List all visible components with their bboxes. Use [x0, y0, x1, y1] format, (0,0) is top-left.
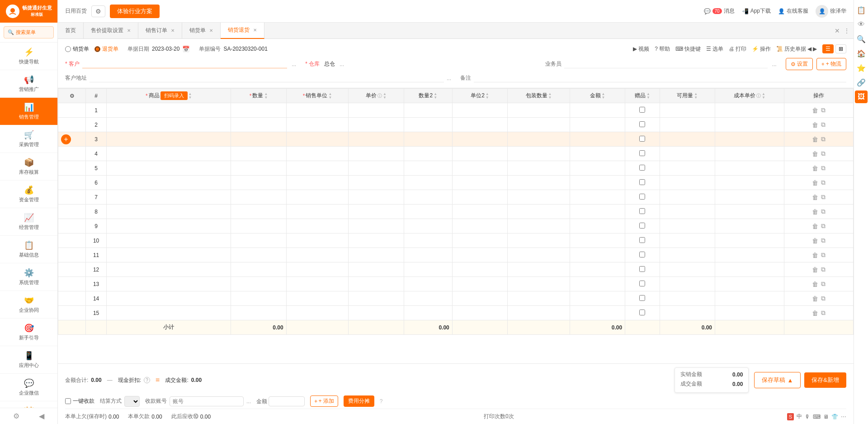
keyboard-btn[interactable]: ⌨ [813, 414, 821, 420]
qty-cell[interactable] [231, 219, 286, 233]
pack-qty-cell[interactable] [508, 147, 570, 161]
available-cell[interactable] [660, 248, 715, 262]
logistics-button[interactable]: + + 物流 [816, 58, 846, 70]
cash-discount-help-icon[interactable]: ? [144, 377, 150, 383]
pack-qty-cell[interactable] [508, 132, 570, 147]
gift-checkbox[interactable] [639, 150, 645, 156]
salesperson-input[interactable] [564, 60, 767, 68]
sidebar-item-wechat[interactable]: 💬 企业微信 [0, 374, 57, 401]
available-cell[interactable] [660, 161, 715, 176]
qty2-cell[interactable] [404, 205, 452, 219]
cost-price-cell[interactable] [715, 147, 784, 161]
tab-sales-order[interactable]: 销售订单 ✕ [138, 23, 182, 39]
sales-unit-cell[interactable] [286, 291, 349, 306]
pack-qty-cell[interactable] [508, 219, 570, 233]
row-copy-button[interactable]: ⧉ [821, 193, 826, 201]
available-cell[interactable] [660, 233, 715, 248]
gift-checkbox[interactable] [639, 310, 645, 315]
row-delete-button[interactable]: 🗑 [812, 295, 818, 302]
gift-checkbox[interactable] [639, 121, 645, 127]
gift-cell[interactable] [625, 233, 660, 248]
sidebar-item-newcomer[interactable]: 🎯 新手引导 [0, 319, 57, 346]
pack-qty-cell[interactable] [508, 176, 570, 190]
qty-cell[interactable] [231, 161, 286, 176]
qty2-cell[interactable] [404, 132, 452, 147]
row-delete-button[interactable]: 🗑 [812, 310, 818, 317]
history-nav-next[interactable]: ▶ [813, 46, 817, 52]
select-button[interactable]: ☰ 选单 [706, 45, 723, 53]
qty-cell[interactable] [231, 176, 286, 190]
col-header-unit-price[interactable]: 单价 ⓘ ▲▼ [349, 89, 404, 103]
qty-cell[interactable] [231, 147, 286, 161]
monitor-btn[interactable]: 🖥 [823, 414, 829, 420]
right-sidebar-view-btn[interactable]: 👁 [855, 18, 868, 31]
right-sidebar-star-btn[interactable]: ⭐ [855, 62, 868, 74]
product-cell[interactable] [107, 306, 231, 320]
gift-cell[interactable] [625, 291, 660, 306]
gift-cell[interactable] [625, 176, 660, 190]
sidebar-item-purchase-mgmt[interactable]: 🛒 采购管理 [0, 125, 57, 153]
qty2-cell[interactable] [404, 147, 452, 161]
s-icon-btn[interactable]: S [787, 413, 794, 420]
unit-price-cell[interactable] [349, 262, 404, 277]
qty-cell[interactable] [231, 190, 286, 205]
product-cell[interactable] [107, 132, 231, 147]
qty-cell[interactable] [231, 132, 286, 147]
product-cell[interactable] [107, 219, 231, 233]
gift-checkbox[interactable] [639, 237, 645, 243]
qty2-cell[interactable] [404, 262, 452, 277]
shortcut-button[interactable]: ⌨ 快捷键 [675, 45, 701, 53]
save-draft-button[interactable]: 保存草稿 ▲ [754, 372, 801, 388]
unit-price-help[interactable]: ⓘ [377, 93, 382, 99]
sidebar-item-app-center[interactable]: 📱 应用中心 [0, 346, 57, 374]
sales-unit-sort[interactable]: ▲▼ [328, 92, 332, 100]
tab-price-settings[interactable]: 售价提取设置 ✕ [84, 23, 138, 39]
row-delete-button[interactable]: 🗑 [812, 179, 818, 186]
qty-sort[interactable]: ▲▼ [264, 92, 268, 100]
unit-price-cell[interactable] [349, 161, 404, 176]
sidebar-item-member[interactable]: 👑 畅会员 [0, 401, 57, 408]
product-cell[interactable] [107, 248, 231, 262]
available-cell[interactable] [660, 205, 715, 219]
history-button[interactable]: 📜 历史单据 ◀ ▶ [776, 45, 817, 53]
sidebar-item-basic-info[interactable]: 📋 基础信息 [0, 236, 57, 263]
date-picker-button[interactable]: 📅 [182, 46, 190, 52]
cost-price-cell[interactable] [715, 176, 784, 190]
unit-price-cell[interactable] [349, 132, 404, 147]
cost-price-cell[interactable] [715, 103, 784, 118]
col-header-product[interactable]: * 商品 扫码录入 ▲▼ [107, 89, 231, 103]
note-input[interactable] [474, 74, 846, 82]
right-sidebar-search-btn[interactable]: 🔍 [855, 33, 868, 45]
row-copy-button[interactable]: ⧉ [821, 266, 826, 273]
more-tools-btn[interactable]: ⋯ [841, 414, 846, 420]
pack-qty-cell[interactable] [508, 291, 570, 306]
cost-price-cell[interactable] [715, 248, 784, 262]
chinese-input-btn[interactable]: 中 [797, 413, 802, 420]
tshirt-btn[interactable]: 👕 [831, 414, 838, 420]
row-copy-button[interactable]: ⧉ [821, 309, 826, 317]
customer-input[interactable] [82, 60, 287, 68]
unit-price-cell[interactable] [349, 233, 404, 248]
amount-cell[interactable] [570, 190, 625, 205]
col-header-cost-price[interactable]: 成本单价 ⓘ ▲▼ [715, 89, 784, 103]
cost-price-cell[interactable] [715, 190, 784, 205]
available-cell[interactable] [660, 118, 715, 132]
row-delete-button[interactable]: 🗑 [812, 150, 818, 157]
amount-cell[interactable] [570, 277, 625, 291]
pack-qty-cell[interactable] [508, 248, 570, 262]
unit-price-cell[interactable] [349, 248, 404, 262]
row-copy-button[interactable]: ⧉ [821, 150, 826, 157]
unit-price-cell[interactable] [349, 190, 404, 205]
sidebar-settings-btn[interactable]: ⚙ [13, 412, 19, 420]
product-cell[interactable] [107, 262, 231, 277]
amount-cell[interactable] [570, 118, 625, 132]
right-sidebar-link-btn[interactable]: 🔗 [855, 76, 868, 89]
pack-qty-cell[interactable] [508, 233, 570, 248]
amount-cell[interactable] [570, 233, 625, 248]
unit2-cell[interactable] [452, 118, 507, 132]
account-input[interactable] [170, 396, 244, 406]
row-delete-button[interactable]: 🗑 [812, 223, 818, 230]
address-input[interactable] [90, 74, 444, 82]
qty2-cell[interactable] [404, 190, 452, 205]
qty-cell[interactable] [231, 262, 286, 277]
